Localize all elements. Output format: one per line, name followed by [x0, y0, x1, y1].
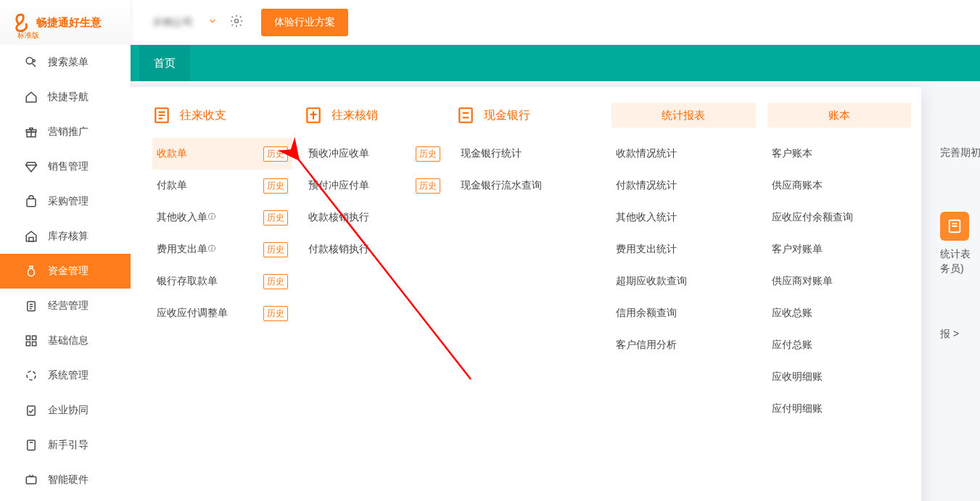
- sidebar-item-purchase[interactable]: 采购管理: [0, 184, 131, 219]
- history-tag[interactable]: 历史: [416, 178, 440, 194]
- mega-item-ap-general[interactable]: 应付总账: [767, 329, 911, 361]
- invoice-icon: [304, 106, 323, 125]
- funds-megapanel: 往来收支 收款单 历史 付款单 历史 其他收入单ⓘ 历史: [131, 87, 921, 501]
- sidebar-item-search[interactable]: 搜索菜单: [0, 45, 131, 80]
- history-tag[interactable]: 历史: [416, 146, 440, 162]
- mega-header-ledger: 账本: [767, 103, 911, 128]
- mega-item-cashbank-stats[interactable]: 现金银行统计: [456, 138, 600, 170]
- help-icon[interactable]: ⓘ: [208, 244, 215, 252]
- mega-item-prepay-offset[interactable]: 预付冲应付单 历史: [304, 170, 444, 202]
- gift-icon: [25, 125, 38, 138]
- svg-point-1: [33, 59, 35, 62]
- sidebar-item-basic[interactable]: 基础信息: [0, 323, 131, 358]
- mega-col-receipts: 往来收支 收款单 历史 付款单 历史 其他收入单ⓘ 历史: [152, 103, 292, 500]
- tv-icon: [25, 473, 38, 486]
- sidebar-item-inventory[interactable]: 库存核算: [0, 219, 131, 254]
- mega-item-supplier-statement[interactable]: 供应商对账单: [767, 265, 911, 297]
- mega-item-credit-balance[interactable]: 信用余额查询: [612, 297, 755, 329]
- mega-item-credit-analysis[interactable]: 客户信用分析: [612, 329, 755, 361]
- svg-rect-14: [26, 477, 36, 484]
- mega-item-income-stats[interactable]: 其他收入统计: [612, 202, 755, 233]
- mega-item-cashbank-flow[interactable]: 现金银行流水查询: [456, 170, 600, 202]
- svg-rect-7: [26, 336, 30, 339]
- sidebar-item-guide[interactable]: 新手引导: [0, 428, 131, 463]
- book-icon: [25, 439, 38, 452]
- org-selector[interactable]: 示例公司: [145, 12, 200, 33]
- report-thumb-icon[interactable]: [940, 212, 969, 241]
- sidebar-item-sales[interactable]: 销售管理: [0, 149, 131, 184]
- grid-icon: [25, 334, 38, 347]
- money-bag-icon: [25, 265, 38, 278]
- cta-button[interactable]: 体验行业方案: [261, 9, 348, 36]
- mega-item-supplier-ledger[interactable]: 供应商账本: [767, 170, 911, 202]
- mega-item-receive-writeoff[interactable]: 收款核销执行: [304, 202, 444, 233]
- tab-home[interactable]: 首页: [139, 45, 190, 81]
- right-partial: 完善期初 统计表 务员) 报 >: [940, 146, 980, 393]
- history-tag[interactable]: 历史: [263, 306, 288, 321]
- brand-edition: 标准版: [17, 30, 39, 41]
- mega-item-ar-general[interactable]: 应收总账: [767, 297, 911, 329]
- sidebar-item-operation[interactable]: 经营管理: [0, 289, 131, 323]
- home-icon: [25, 91, 38, 104]
- history-tag[interactable]: 历史: [263, 210, 288, 225]
- mega-item-customer-statement[interactable]: 客户对账单: [767, 233, 911, 265]
- help-icon[interactable]: ⓘ: [208, 212, 215, 220]
- svg-rect-5: [29, 238, 33, 241]
- mega-item-pay-stats[interactable]: 付款情况统计: [612, 170, 755, 202]
- sidebar-item-funds[interactable]: 资金管理: [0, 254, 131, 289]
- bag-icon: [25, 195, 38, 208]
- svg-rect-8: [33, 336, 36, 339]
- mega-header-cashbank: 现金银行: [456, 103, 600, 128]
- svg-rect-9: [26, 342, 30, 346]
- history-tag[interactable]: 历史: [263, 274, 288, 289]
- bank-icon: [456, 106, 475, 125]
- sidebar: 畅捷通好生意 标准版 搜索菜单 快捷导航 营销推广 销售管理 采购管理: [0, 0, 131, 501]
- mega-item-ap-detail[interactable]: 应付明细账: [767, 393, 911, 425]
- sidebar-item-enterprise[interactable]: 企业协同: [0, 393, 131, 428]
- sidebar-item-quicknav[interactable]: 快捷导航: [0, 80, 131, 115]
- mega-item-expense-stats[interactable]: 费用支出统计: [612, 233, 755, 265]
- svg-rect-13: [28, 440, 36, 450]
- search-icon: [25, 56, 38, 69]
- mega-item-ar-detail[interactable]: 应收明细账: [767, 361, 911, 393]
- svg-rect-10: [33, 342, 36, 346]
- mega-item-payment-order[interactable]: 付款单 历史: [152, 170, 292, 202]
- mega-col-writeoff: 往来核销 预收冲应收单 历史 预付冲应付单 历史 收款核销执行 付款核销执行: [304, 103, 444, 500]
- mega-header-reports: 统计报表: [612, 103, 755, 128]
- mega-header-receipts: 往来收支: [152, 103, 292, 128]
- sidebar-item-system[interactable]: 系统管理: [0, 358, 131, 393]
- receipt-icon: [152, 106, 171, 125]
- mega-col-cashbank: 现金银行 现金银行统计 现金银行流水查询: [456, 103, 600, 500]
- mega-item-other-income[interactable]: 其他收入单ⓘ 历史: [152, 202, 292, 233]
- mega-item-adjust[interactable]: 应收应付调整单 历史: [152, 297, 292, 329]
- gear-icon[interactable]: [229, 14, 244, 31]
- tabbar: 首页: [131, 45, 980, 81]
- history-tag[interactable]: 历史: [263, 242, 288, 257]
- sidebar-menu: 搜索菜单 快捷导航 营销推广 销售管理 采购管理 库存核算: [0, 45, 131, 497]
- svg-point-0: [26, 57, 33, 64]
- svg-rect-12: [28, 406, 36, 415]
- mega-header-writeoff: 往来核销: [304, 103, 444, 128]
- chevron-down-icon[interactable]: [207, 16, 218, 29]
- clipboard-check-icon: [25, 404, 38, 417]
- main-area: 示例公司 体验行业方案 首页 往来收支: [131, 0, 980, 501]
- mega-item-receive-stats[interactable]: 收款情况统计: [612, 138, 755, 170]
- svg-point-11: [27, 371, 36, 380]
- mega-item-bank-transfer[interactable]: 银行存取款单 历史: [152, 265, 292, 297]
- history-tag[interactable]: 历史: [263, 178, 288, 194]
- spinner-icon: [25, 369, 38, 382]
- history-tag[interactable]: 历史: [263, 146, 288, 162]
- mega-item-prereceive-offset[interactable]: 预收冲应收单 历史: [304, 138, 444, 170]
- mega-item-pay-writeoff[interactable]: 付款核销执行: [304, 233, 444, 265]
- sidebar-item-hardware[interactable]: 智能硬件: [0, 463, 131, 497]
- mega-item-customer-ledger[interactable]: 客户账本: [767, 138, 911, 170]
- mega-item-balance-query[interactable]: 应收应付余额查询: [767, 202, 911, 233]
- diamond-icon: [25, 160, 38, 173]
- mega-item-receipt-order[interactable]: 收款单 历史: [152, 138, 292, 170]
- sidebar-item-marketing[interactable]: 营销推广: [0, 115, 131, 149]
- mega-item-expense[interactable]: 费用支出单ⓘ 历史: [152, 233, 292, 265]
- topbar: 示例公司 体验行业方案: [131, 0, 980, 45]
- mega-item-overdue-query[interactable]: 超期应收款查询: [612, 265, 755, 297]
- brand-name: 畅捷通好生意: [36, 16, 102, 30]
- svg-rect-4: [27, 199, 36, 207]
